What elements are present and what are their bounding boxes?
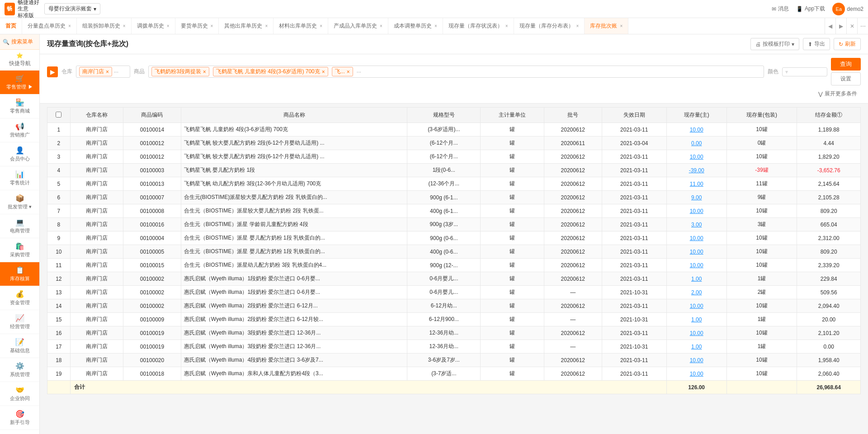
cell-stock-main[interactable]: 10.00 [666, 231, 726, 245]
sidebar-item-purchase[interactable]: 🛍️ 采购管理 [0, 238, 39, 262]
cell-balance: 2,105.28 [797, 191, 861, 204]
tab-3[interactable]: 调拨单历史 × [132, 18, 175, 34]
close-tab-5[interactable]: × [265, 24, 268, 28]
cell-stock-main[interactable]: 1.00 [666, 313, 726, 326]
message-btn[interactable]: ✉ 消息 [772, 5, 789, 13]
sidebar-item-operation[interactable]: 📈 经营管理 [0, 310, 39, 334]
nav-close-all[interactable]: ✕ [846, 18, 857, 34]
sidebar-item-inventory[interactable]: 📋 库存核算 [0, 262, 39, 286]
quick-nav-btn[interactable]: ⭐ 快捷导航 [0, 50, 39, 71]
remove-product-tag-1[interactable]: × [203, 69, 206, 75]
cell-stock-main[interactable]: 2.00 [666, 286, 726, 299]
tab-2[interactable]: 组装拆卸单历史 × [77, 18, 132, 34]
sidebar-item-guide[interactable]: 🎯 新手引导 [0, 406, 39, 430]
sidebar-item-retail-mgmt[interactable]: 🛒 零售管理 ▶ [0, 71, 39, 94]
sidebar-item-retail-stats[interactable]: 📊 零售统计 [0, 166, 39, 190]
cell-stock-main[interactable]: 0.00 [666, 137, 726, 150]
sidebar-item-appcenter[interactable]: 🔧 应用中心 [0, 430, 39, 434]
cell-stock-main[interactable]: 10.00 [666, 245, 726, 259]
cell-stock-main[interactable]: 10.00 [666, 123, 726, 137]
warehouse-input[interactable]: 南岸门店 × ··· [76, 66, 130, 78]
cell-unit: 罐 [481, 272, 544, 286]
tab-4[interactable]: 要货单历史 × [175, 18, 219, 34]
close-tab-11[interactable]: × [620, 24, 623, 28]
sidebar-item-member-center[interactable]: 👤 会员中心 [0, 142, 39, 166]
cell-stock-pkg: 2罐 [726, 286, 797, 299]
tab-5[interactable]: 其他出库单历史 × [219, 18, 274, 34]
export-btn[interactable]: ⬆ 导出 [803, 38, 830, 50]
close-tab-10[interactable]: × [576, 24, 579, 28]
close-tab-3[interactable]: × [167, 24, 170, 28]
color-input[interactable]: ▾ [782, 67, 827, 76]
cell-spec: 3-6岁及7岁... [407, 354, 481, 367]
remove-warehouse-tag[interactable]: × [106, 69, 109, 75]
search-menu-btn[interactable]: 🔍 搜索菜单 [0, 34, 39, 50]
tab-1[interactable]: 分量盘点单历史 × [22, 18, 77, 34]
table-row: 5 南岸门店 00100013 飞鹤星飞帆 幼儿配方奶粉 3段(12-36个月幼… [47, 177, 861, 191]
cell-code: 00100012 [123, 137, 181, 150]
cell-stock-main[interactable]: 10.00 [666, 150, 726, 164]
cell-stock-main[interactable]: 10.00 [666, 204, 726, 218]
cell-spec: 0-6月婴儿... [407, 286, 481, 299]
close-tab-6[interactable]: × [320, 24, 322, 28]
close-tab-4[interactable]: × [211, 24, 213, 28]
sidebar-item-marketing[interactable]: 📢 营销推广 [0, 118, 39, 142]
sidebar-item-system[interactable]: ⚙️ 系统管理 [0, 358, 39, 382]
account-dropdown[interactable]: 母婴行业演示账套 ▾ [44, 3, 100, 14]
close-tab-2[interactable]: × [123, 24, 126, 28]
cell-name: 合生元（BIOSTIME）派星幼儿配方奶粉 3段 乳铁蛋白的4... [181, 259, 407, 272]
remove-product-tag-2[interactable]: × [322, 69, 325, 75]
filter-toggle-btn[interactable]: ▶ [47, 66, 58, 77]
product-input[interactable]: 飞鹤奶粉3段两提装 × 飞鹤星飞帆 儿童奶粉 4段(3-6岁适用) 700克 ×… [148, 66, 764, 78]
col-name: 商品名称 [181, 108, 407, 123]
tab-6[interactable]: 材料出库单历史 × [274, 18, 328, 34]
cell-stock-main[interactable]: 11.00 [666, 177, 726, 191]
cell-balance: 1,958.40 [797, 354, 861, 367]
close-tab-9[interactable]: × [505, 24, 508, 28]
tab-10[interactable]: 现存量（库存分布表）× [514, 18, 585, 34]
cell-stock-main[interactable]: 10.00 [666, 299, 726, 313]
sidebar-item-finance[interactable]: 💰 资金管理 [0, 286, 39, 310]
settings-btn[interactable]: 设置 [831, 72, 861, 85]
col-stock-pkg: 现存量(包装) [726, 108, 797, 123]
cell-stock-main[interactable]: 10.00 [666, 367, 726, 381]
tab-8[interactable]: 成本调整单历史 × [388, 18, 443, 34]
system-icon: ⚙️ [15, 362, 24, 370]
tab-7[interactable]: 产成品入库单历史 × [328, 18, 388, 34]
warehouse-tag: 南岸门店 × [79, 67, 112, 76]
close-tab-7[interactable]: × [380, 24, 382, 28]
refresh-btn[interactable]: ↻ 刷新 [834, 38, 861, 50]
col-balance: 结存金额① [797, 108, 861, 123]
sidebar-item-wholesale[interactable]: 📦 批发管理 ▾ [0, 190, 39, 214]
user-menu[interactable]: Ea demo2 [832, 3, 863, 15]
sidebar-item-enterprise[interactable]: 🤝 企业协同 [0, 382, 39, 406]
cell-stock-main[interactable]: 10.00 [666, 259, 726, 272]
cell-stock-main[interactable]: 1.00 [666, 340, 726, 354]
query-btn[interactable]: 查询 [831, 58, 861, 71]
sidebar-item-basic[interactable]: 📝 基础信息 [0, 334, 39, 358]
cell-stock-pkg: 1罐 [726, 340, 797, 354]
select-all-checkbox[interactable] [56, 112, 61, 118]
nav-prev[interactable]: ◀ [825, 18, 835, 34]
remove-product-tag-3[interactable]: × [347, 69, 350, 75]
tab-11[interactable]: 库存批次账 × [585, 18, 628, 34]
app-download-btn[interactable]: 📱 App下载 [796, 5, 825, 13]
close-tab-1[interactable]: × [68, 24, 71, 28]
cell-stock-main[interactable]: 10.00 [666, 354, 726, 367]
cell-stock-main[interactable]: -39.00 [666, 164, 726, 177]
sidebar-item-retail-store[interactable]: 🏪 零售商城 [0, 94, 39, 118]
nav-next[interactable]: ▶ [835, 18, 846, 34]
close-tab-8[interactable]: × [434, 24, 437, 28]
cell-stock-main[interactable]: 1.00 [666, 272, 726, 286]
cell-stock-main[interactable]: 10.00 [666, 326, 726, 340]
sidebar-item-ecommerce[interactable]: 💻 电商管理 [0, 214, 39, 238]
nav-more[interactable]: ⋯ [857, 18, 868, 34]
cell-stock-main[interactable]: 9.00 [666, 191, 726, 204]
template-print-btn[interactable]: 🖨 按模板打印 ▾ [750, 38, 799, 50]
tab-9[interactable]: 现存量（库存状况表）× [443, 18, 514, 34]
expand-conditions-btn[interactable]: ⋁ 展开更多条件 [815, 88, 861, 99]
logo-text: 畅捷通好生意 标准版 [18, 0, 44, 19]
table-row: 3 南岸门店 00100012 飞鹤星飞帆 较大婴儿配方奶粉 2段(6-12个月… [47, 150, 861, 164]
tab-home[interactable]: 首页 [0, 18, 22, 34]
cell-stock-main[interactable]: 3.00 [666, 218, 726, 231]
